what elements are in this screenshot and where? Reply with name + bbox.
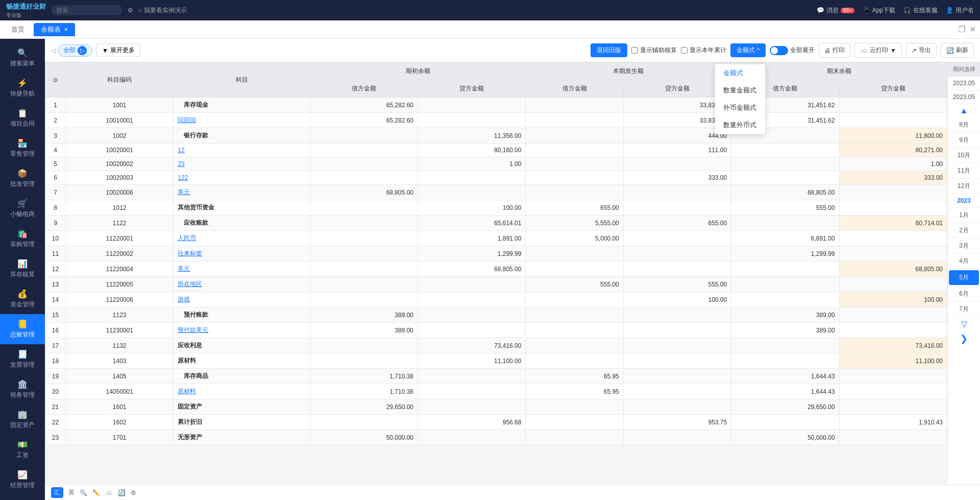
expand-all-toggle[interactable]: 全部展开 (770, 46, 815, 55)
tab-close-all-icon[interactable]: ✕ (969, 25, 976, 34)
top-search-input[interactable] (51, 5, 122, 15)
cell-name[interactable]: 往来标签 (174, 246, 310, 261)
ytd-checkbox-input[interactable] (681, 47, 688, 54)
sidebar-item-project[interactable]: 📋 项目合同 (0, 103, 45, 133)
period-item-2023-05-1[interactable]: 2023.05 (948, 77, 980, 90)
cell-debit-close: 68,805.00 (731, 185, 839, 200)
cell-debit-close: 389.00 (731, 307, 839, 323)
cell-row-num: 8 (45, 200, 66, 216)
amount-style-item-3[interactable]: 数量外币式 (715, 116, 765, 134)
table-row: 4100200011280,160.00111.0080,271.00 (45, 144, 947, 157)
period-item-6[interactable]: 6月 (948, 287, 980, 302)
th-debit-cur: 借方金额 (526, 80, 623, 98)
sidebar-item-quicknav[interactable]: ⚡ 快捷导航 (0, 73, 45, 103)
cell-name[interactable]: 回回回 (174, 113, 310, 128)
search-back-icon[interactable]: ◁ (51, 47, 56, 54)
expand-more-btn[interactable]: ▼ 展开更多 (96, 43, 140, 57)
sidebar-item-finance[interactable]: 💰 资金管理 (0, 284, 45, 314)
sidebar-item-tax[interactable]: 🏛️ 税务管理 (0, 374, 45, 404)
cell-name: 应收账款 (174, 216, 310, 231)
amount-style-item-2[interactable]: 外币金额式 (715, 99, 765, 116)
expand-all-toggle-switch[interactable] (770, 46, 788, 55)
period-item-4[interactable]: 4月 (948, 254, 980, 269)
amount-style-item-1[interactable]: 数量金额式 (715, 82, 765, 99)
sidebar-item-search[interactable]: 🔍 搜索菜单 (0, 43, 45, 73)
sync-icon[interactable]: 🔄 (118, 489, 126, 496)
cell-name[interactable]: 人民币 (174, 231, 310, 246)
cell-code: 10020001 (66, 144, 174, 157)
cell-name[interactable]: 12 (174, 144, 310, 157)
table-settings-icon[interactable]: ⚙ (53, 77, 58, 84)
sidebar-item-invoice[interactable]: 🧾 发票管理 (0, 344, 45, 374)
period-nav-down: ▽ (948, 317, 980, 331)
message-btn[interactable]: 💬 消息 99+ (817, 6, 854, 15)
edit-icon[interactable]: ✏️ (92, 489, 100, 496)
sidebar-item-wholesale[interactable]: 📦 批发管理 (0, 163, 45, 194)
period-item-8[interactable]: 8月 (948, 117, 980, 133)
cell-debit-cur (526, 171, 623, 185)
cell-debit-open (310, 292, 418, 307)
period-item-2[interactable]: 2月 (948, 223, 980, 239)
cell-row-num: 16 (45, 323, 66, 338)
period-item-year-2023[interactable]: 2023 (948, 194, 980, 208)
cell-name[interactable]: 122 (174, 171, 310, 185)
cell-name[interactable]: 预付款美元 (174, 323, 310, 338)
app-download-btn[interactable]: 📱 App下载 (863, 6, 895, 15)
cell-name[interactable]: 所在地区 (174, 277, 310, 292)
return-old-btn[interactable]: 退回旧版 (591, 43, 627, 57)
sidebar-item-ledger[interactable]: 📒 总账管理 (0, 314, 45, 344)
online-service-btn[interactable]: 🎧 在线客服 (903, 6, 938, 15)
tab-home[interactable]: 首页 (4, 23, 32, 36)
auxiliary-checkbox-input[interactable] (631, 47, 638, 54)
period-item-3[interactable]: 3月 (948, 239, 980, 254)
sidebar-item-purchase[interactable]: 🛍️ 采购管理 (0, 224, 45, 254)
table-row: 1611230001预付款美元389.00389.00 (45, 323, 947, 338)
tab-restore-icon[interactable]: ❐ (958, 25, 965, 34)
settings-bottom-icon[interactable]: ⚙ (131, 489, 136, 496)
toolbar-right: 退回旧版 显示辅助核算 显示本年累计 金额式 ^ 金额式 数量 (591, 43, 974, 58)
settings-top-icon[interactable]: ⚙ (128, 7, 133, 14)
lang-icon[interactable]: 英 (68, 488, 75, 497)
print-btn[interactable]: 🖨 打印 (819, 43, 850, 58)
search-tag-arrow-btn[interactable]: ▷ (78, 46, 87, 55)
cell-name[interactable]: 23 (174, 157, 310, 171)
tab-close-icon[interactable]: ✕ (64, 27, 68, 32)
export-btn[interactable]: ↗ 导出 (906, 43, 937, 58)
period-item-9[interactable]: 9月 (948, 133, 980, 148)
demo-link[interactable]: ○ 我要看实例演示 (138, 6, 187, 15)
cell-name[interactable]: 原材料 (174, 384, 310, 399)
cell-debit-cur: 555.00 (526, 277, 623, 292)
sidebar-item-operations[interactable]: 📈 经营管理 (0, 465, 45, 495)
sidebar-item-ecommerce[interactable]: 🛒 小畅电商 (0, 194, 45, 224)
refresh-btn[interactable]: 🔄 刷新 (941, 43, 974, 58)
sidebar-item-salary[interactable]: 💵 工资 (0, 435, 45, 465)
period-collapse-btn[interactable]: ❯ (948, 331, 980, 346)
sidebar-item-retail[interactable]: 🏪 零售管理 (0, 133, 45, 163)
period-item-7[interactable]: 7月 (948, 302, 980, 317)
cell-debit-cur (526, 415, 623, 430)
cloud-print-btn[interactable]: ☁️ 云打印 ▼ (854, 43, 902, 58)
cloud-icon[interactable]: ☁️ (105, 489, 113, 496)
cell-name[interactable]: 美元 (174, 261, 310, 277)
user-avatar[interactable]: 👤 用户名 (946, 6, 974, 15)
currency-icon[interactable]: 汇 (51, 487, 63, 498)
period-item-1[interactable]: 1月 (948, 208, 980, 223)
tab-balance-sheet[interactable]: 余额表 ✕ (34, 23, 75, 36)
sidebar-item-inventory[interactable]: 📊 库存核算 (0, 254, 45, 284)
period-up-btn[interactable]: ▲ (960, 106, 968, 115)
amount-style-btn[interactable]: 金额式 ^ (730, 43, 766, 57)
show-ytd-checkbox[interactable]: 显示本年累计 (681, 46, 726, 55)
period-item-10[interactable]: 10月 (948, 148, 980, 163)
period-item-5[interactable]: 5月 (949, 270, 979, 285)
period-item-2023-05-2[interactable]: 2023.05 (948, 90, 980, 104)
period-item-12[interactable]: 12月 (948, 179, 980, 194)
amount-style-item-0[interactable]: 金额式 (715, 64, 765, 82)
sidebar-item-expense[interactable]: 💸 小畅报销 (0, 495, 45, 500)
cell-name[interactable]: 美元 (174, 185, 310, 200)
period-down-btn[interactable]: ▽ (961, 319, 967, 329)
sidebar-item-assets[interactable]: 🏢 固定资产 (0, 404, 45, 435)
show-auxiliary-checkbox[interactable]: 显示辅助核算 (631, 46, 677, 55)
cell-name[interactable]: 游戏 (174, 292, 310, 307)
period-item-11[interactable]: 11月 (948, 163, 980, 179)
zoom-icon[interactable]: 🔍 (80, 489, 87, 496)
